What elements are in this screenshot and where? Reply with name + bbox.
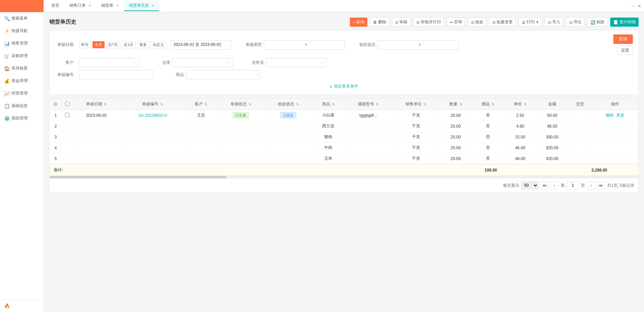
audit-print-button[interactable]: ◎ 审核并打印 bbox=[413, 18, 444, 27]
sidebar-item-search-menu[interactable]: 🔍 搜索菜单 bbox=[0, 12, 44, 25]
tab-sales-order-close[interactable]: ✕ bbox=[88, 4, 91, 7]
date-range-input[interactable] bbox=[170, 40, 231, 50]
page-content: 销货单历史 + 新增 🗑 删除 ◎ 审核 ◎ 审核并打印 bbox=[44, 12, 644, 312]
warehouse-dots-icon[interactable]: ··· bbox=[227, 60, 231, 65]
th-doc-status[interactable]: 单据状态 ⇅ bbox=[217, 99, 264, 110]
sort-spec-icon: ⇅ bbox=[376, 102, 379, 106]
query-button[interactable]: 查询 bbox=[613, 34, 633, 44]
abandon-button[interactable]: ↩ 弃审 bbox=[447, 18, 465, 27]
th-qty[interactable]: 数量 ⇅ bbox=[440, 99, 472, 110]
doc-type-select[interactable]: ▼ bbox=[264, 40, 345, 50]
table-row: 5 玉米 千克 20.00 否 46.00 920.00 bbox=[50, 153, 638, 164]
edit-link-1[interactable]: 编辑 bbox=[606, 113, 614, 118]
sidebar-item-ops-mgmt[interactable]: 📈 经营管理 bbox=[0, 87, 44, 100]
row-checkbox-1[interactable] bbox=[65, 113, 69, 117]
doc-no-link-1[interactable]: SA-20230602-0 bbox=[138, 113, 167, 118]
date-btn-more[interactable]: 更多 bbox=[137, 41, 149, 48]
first-page-button[interactable]: ⏮ bbox=[540, 181, 549, 189]
collect-status-select[interactable]: ▼ bbox=[377, 40, 458, 50]
finance-mgmt-icon: 💰 bbox=[4, 78, 9, 84]
date-btn-today[interactable]: 今天 bbox=[92, 41, 105, 48]
cell-action-3 bbox=[592, 132, 638, 142]
cell-customer-3 bbox=[185, 132, 217, 142]
tab-sales-order[interactable]: 销售订单 ✕ bbox=[65, 1, 96, 11]
filter-row-3: 单据编号 商品 ··· bbox=[55, 70, 633, 79]
tab-sales-history-close[interactable]: ✕ bbox=[152, 4, 155, 7]
th-collect-status[interactable]: 收款状态 ⇅ bbox=[264, 99, 312, 110]
refresh-button[interactable]: 🔄 刷新 bbox=[587, 18, 608, 27]
tab-sales-delivery[interactable]: 销货单 ✕ bbox=[96, 1, 123, 11]
gear-settings-icon[interactable]: ⚙ bbox=[52, 102, 60, 107]
sidebar-item-finance-mgmt[interactable]: 💰 资金管理 bbox=[0, 75, 44, 87]
tab-sales-history[interactable]: 销货单历史 ✕ bbox=[124, 1, 159, 11]
sidebar-item-sys-mgmt[interactable]: ⚙️ 系统管理 bbox=[0, 112, 44, 125]
filter-collapse-btn[interactable]: ∧ 收起更多条件 bbox=[55, 82, 633, 90]
settings-button[interactable]: 设置 bbox=[617, 46, 633, 55]
more-link-1[interactable]: 更多 bbox=[616, 113, 624, 118]
sidebar-item-purchase-mgmt[interactable]: 🛒 采购管理 bbox=[0, 50, 44, 62]
print-button[interactable]: 🖨 打印 ▼ bbox=[519, 18, 542, 27]
collect-button[interactable]: ◎ 收款 bbox=[468, 18, 486, 27]
warehouse-input[interactable] bbox=[175, 60, 227, 65]
sidebar-item-quick-nav[interactable]: ⚡ 快捷导航 bbox=[0, 25, 44, 37]
th-spec[interactable]: 规格型号 ⇅ bbox=[344, 99, 392, 110]
next-page-button[interactable]: › bbox=[587, 181, 595, 189]
date-shortcuts: 昨天 今天 近7天 近1月 更多 自定义 bbox=[79, 40, 231, 50]
per-page-select[interactable]: 50 100 200 bbox=[521, 181, 538, 189]
window-minimize-icon[interactable]: ─ bbox=[631, 3, 635, 9]
doc-no-input[interactable] bbox=[79, 70, 153, 79]
cell-action-1: 编辑 更多 bbox=[592, 110, 638, 121]
delete-button[interactable]: 🗑 删除 bbox=[370, 18, 389, 27]
export-button[interactable]: ◎ 导出 bbox=[566, 18, 585, 27]
th-checkbox bbox=[62, 99, 73, 110]
cell-amount-5: 920.00 bbox=[536, 153, 568, 164]
th-doc-date[interactable]: 单据日期 ⇅ bbox=[73, 99, 120, 110]
batch-change-button[interactable]: ◎ 批量变更 bbox=[489, 18, 516, 27]
import-button[interactable]: ◎ 导入 bbox=[545, 18, 563, 27]
tab-home[interactable]: 首页 bbox=[47, 1, 64, 11]
table-row: 2 西兰花 千克 20.00 否 4.80 96.00 bbox=[50, 121, 638, 132]
th-unit[interactable]: 销售单位 ⇅ bbox=[392, 99, 440, 110]
last-page-button[interactable]: ⏭ bbox=[597, 181, 605, 189]
sidebar-item-inventory-calc[interactable]: 🏠 库存核算 bbox=[0, 62, 44, 75]
sidebar-item-sales-mgmt[interactable]: 📊 销售管理 bbox=[0, 37, 44, 50]
th-price[interactable]: 单价 ⇅ bbox=[504, 99, 536, 110]
sidebar-bottom-fire[interactable]: 🔥 bbox=[0, 300, 44, 312]
show-detail-button[interactable]: 📑 显示明细 bbox=[610, 18, 639, 27]
customer-dots-icon[interactable]: ··· bbox=[134, 60, 137, 65]
th-collect-status-label: 收款状态 bbox=[278, 102, 294, 106]
table-row: 3 猪肉 千克 20.00 否 15.00 300.00 bbox=[50, 132, 638, 142]
tab-sales-delivery-close[interactable]: ✕ bbox=[116, 4, 119, 7]
add-button[interactable]: + 新增 bbox=[350, 18, 367, 27]
horizontal-scrollbar[interactable] bbox=[50, 176, 638, 178]
date-btn-1month[interactable]: 近1月 bbox=[121, 41, 136, 48]
staff-input[interactable] bbox=[268, 60, 320, 65]
prev-page-button[interactable]: ‹ bbox=[551, 181, 559, 189]
cell-amount-2: 96.00 bbox=[536, 121, 568, 132]
cell-unit-2: 千克 bbox=[392, 121, 440, 132]
th-customer[interactable]: 客户 ⇅ bbox=[185, 99, 217, 110]
select-all-checkbox[interactable] bbox=[65, 102, 69, 106]
date-btn-7days[interactable]: 近7天 bbox=[106, 41, 120, 48]
th-product[interactable]: 商品 ⇅ bbox=[312, 99, 345, 110]
page-number-input[interactable] bbox=[567, 181, 579, 189]
tab-sales-history-label: 销货单历史 bbox=[129, 3, 149, 8]
cell-collect-status-2 bbox=[264, 121, 312, 132]
sidebar: 🔍 搜索菜单 ⚡ 快捷导航 📊 销售管理 🛒 采购管理 🏠 库存核算 💰 资金管… bbox=[0, 0, 44, 312]
collect-status-label: 收款状态 bbox=[357, 42, 375, 48]
staff-dots-icon[interactable]: ··· bbox=[321, 60, 324, 65]
th-gift[interactable]: 赠品 ⇅ bbox=[472, 99, 504, 110]
date-btn-custom[interactable]: 自定义 bbox=[150, 41, 166, 48]
audit-label: 审核 bbox=[399, 19, 408, 25]
th-amount-label: 金额 bbox=[548, 102, 556, 106]
product-dots-icon[interactable]: ··· bbox=[254, 72, 258, 77]
collect-icon: ◎ bbox=[471, 20, 474, 25]
window-close-icon[interactable]: ✕ bbox=[637, 3, 641, 9]
sidebar-item-basic-info[interactable]: 📋 基础信息 bbox=[0, 100, 44, 112]
date-btn-yesterday[interactable]: 昨天 bbox=[79, 41, 91, 48]
audit-button[interactable]: ◎ 审核 bbox=[392, 18, 411, 27]
scroll-thumb[interactable] bbox=[50, 176, 226, 178]
product-input[interactable] bbox=[188, 72, 254, 77]
customer-input[interactable] bbox=[81, 60, 133, 65]
th-doc-no[interactable]: 单据编号 ⇅ bbox=[120, 99, 185, 110]
